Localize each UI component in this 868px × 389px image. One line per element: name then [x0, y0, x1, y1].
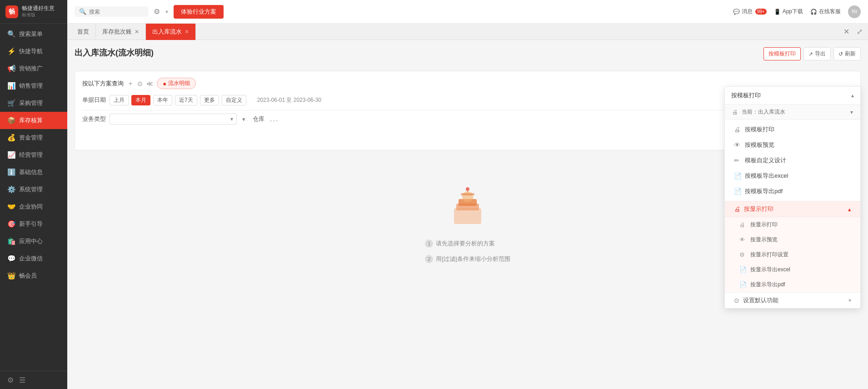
- dropdown-display-settings[interactable]: ⚙ 按显示打印设置: [725, 247, 860, 262]
- sidebar-item-enterprise[interactable]: 🤝 企业协同: [0, 198, 67, 215]
- tab-io-flow[interactable]: 出入库流水 ✕: [146, 24, 196, 40]
- topbar-service[interactable]: 🎧 在线客服: [810, 8, 841, 15]
- sidebar-item-marketing[interactable]: 📢 营销推广: [0, 60, 67, 77]
- search-input[interactable]: [89, 9, 144, 15]
- sidebar-item-label: 库存核算: [19, 116, 43, 125]
- warehouse-field: 仓库 ...: [253, 113, 280, 125]
- page-title: 出入库流水(流水明细): [75, 47, 154, 58]
- appstore-icon: 🛍️: [7, 237, 15, 245]
- sidebar-item-search[interactable]: 🔍 搜索菜单: [0, 25, 67, 43]
- tab-inventory-batch[interactable]: 库存批次账 ✕: [96, 24, 146, 40]
- search-box[interactable]: 🔍: [75, 6, 148, 17]
- message-label: 消息: [742, 8, 753, 15]
- display-settings-label: 按显示打印设置: [750, 251, 788, 259]
- dropdown-template-preview[interactable]: 👁 按模板预览: [725, 137, 860, 153]
- export-btn[interactable]: ↗ 导出: [803, 47, 831, 60]
- dropdown-display-export-excel[interactable]: 📄 按显示导出excel: [725, 262, 860, 277]
- industry-btn[interactable]: 体验行业方案: [174, 5, 224, 19]
- tab-io-flow-close[interactable]: ✕: [185, 29, 189, 35]
- avatar-text: Rit: [852, 9, 857, 14]
- dropdown-display-export-pdf[interactable]: 📄 按显示导出pdf: [725, 277, 860, 292]
- sidebar-item-basic[interactable]: ℹ️ 基础信息: [0, 164, 67, 181]
- filter-active-tag[interactable]: ● 流水明细: [157, 78, 196, 89]
- dropdown-display-preview[interactable]: 👁 按显示预览: [725, 232, 860, 247]
- filter-tag-label: 流水明细: [168, 80, 190, 87]
- dropdown-display-section-header[interactable]: 🖨 按显示打印 ▴: [725, 201, 860, 217]
- print-template-btn[interactable]: 按模板打印: [763, 47, 801, 60]
- template-export-excel-label: 按模板导出excel: [745, 172, 788, 180]
- pdf-icon: 📄: [734, 188, 741, 195]
- collapse-filter-icon[interactable]: ≪: [146, 80, 153, 87]
- dropdown-close-icon[interactable]: ▴: [851, 92, 854, 99]
- dropdown-display-print[interactable]: 🖨 按显示打印: [725, 217, 860, 232]
- sidebar-item-member[interactable]: 👑 畅会员: [0, 267, 67, 284]
- display-excel-icon: 📄: [739, 266, 747, 273]
- sidebar-item-appstore[interactable]: 🛍️ 应用中心: [0, 233, 67, 250]
- operations-icon: 📈: [7, 151, 15, 159]
- purchase-icon: 🛒: [7, 99, 15, 107]
- sidebar-item-system[interactable]: ⚙️ 系统管理: [0, 181, 67, 198]
- sidebar-logo: 畅 畅捷通好生意 标准版: [0, 0, 67, 24]
- custom-date-btn[interactable]: 自定义: [222, 95, 246, 105]
- display-section-label: 按显示打印: [744, 205, 773, 213]
- business-type-select[interactable]: [110, 114, 237, 125]
- settings-footer-icon[interactable]: ⚙: [7, 376, 14, 384]
- finance-icon: 💰: [7, 134, 15, 142]
- app-icon: 📱: [774, 9, 781, 15]
- dropdown-template-customize[interactable]: ✏ 模板自定义设计: [725, 153, 860, 168]
- refresh-icon: ↺: [838, 51, 843, 57]
- sidebar-item-label: 营销推广: [19, 65, 43, 73]
- empty-tips: 1 请先选择要分析的方案 2 用[过滤]条件来缩小分析范围: [425, 238, 510, 265]
- svg-point-3: [462, 191, 473, 202]
- dropdown-current-template[interactable]: 🖨 当前：出入库流水 ▾: [725, 105, 860, 120]
- sidebar-item-sales[interactable]: 📊 销售管理: [0, 77, 67, 95]
- current-year-btn[interactable]: 本年: [153, 95, 172, 105]
- sidebar-item-label: 采购管理: [19, 99, 43, 107]
- sidebar-footer: ⚙ ☰: [0, 371, 67, 389]
- sidebar-item-finance[interactable]: 💰 资金管理: [0, 129, 67, 146]
- dropdown-template-export-excel[interactable]: 📄 按模板导出excel: [725, 168, 860, 184]
- dropdown-footer[interactable]: ⊙ 设置默认功能 ▾: [725, 292, 860, 308]
- refresh-btn[interactable]: ↺ 刷新: [833, 47, 861, 60]
- service-icon: 🎧: [810, 9, 817, 15]
- inventory-icon: 📦: [7, 116, 15, 125]
- sidebar-item-operations[interactable]: 📈 经营管理: [0, 146, 67, 164]
- dropdown-template-print[interactable]: 🖨 按模板打印: [725, 122, 860, 137]
- menu-footer-icon[interactable]: ☰: [19, 376, 25, 384]
- more-date-btn[interactable]: 更多: [200, 95, 219, 105]
- add-filter-icon[interactable]: ＋: [127, 80, 134, 88]
- business-type-chevron-icon[interactable]: ▾: [242, 116, 245, 123]
- date-filter-label: 单据日期: [82, 96, 106, 104]
- display-print-header-icon: 🖨: [734, 205, 740, 213]
- marketing-icon: 📢: [7, 65, 15, 73]
- window-maximize-btn[interactable]: ⤢: [855, 26, 864, 37]
- window-close-btn[interactable]: ✕: [842, 26, 851, 37]
- topbar-app-download[interactable]: 📱 App下载: [774, 8, 803, 15]
- tab-inventory-batch-close[interactable]: ✕: [135, 29, 139, 35]
- dropdown-title: 按模板打印: [731, 91, 761, 100]
- topbar-settings-icon[interactable]: ⚙: [154, 7, 160, 16]
- topbar-messages[interactable]: 💬 消息 99+: [733, 8, 767, 15]
- filter-tag-icon: ●: [163, 80, 166, 87]
- last-7-days-btn[interactable]: 近7天: [175, 95, 197, 105]
- settings-filter-icon[interactable]: ⊙: [137, 80, 143, 87]
- current-month-btn[interactable]: 本月: [131, 95, 150, 105]
- sidebar-item-beginner[interactable]: 🎯 新手引导: [0, 215, 67, 233]
- sidebar-item-label: 经营管理: [19, 151, 43, 159]
- last-month-btn[interactable]: 上月: [110, 95, 129, 105]
- business-type-select-wrap[interactable]: [110, 114, 237, 125]
- sidebar-item-wechat[interactable]: 💬 企业微信: [0, 250, 67, 267]
- sidebar-item-label: 企业协同: [19, 203, 43, 211]
- search-icon: 🔍: [7, 30, 15, 38]
- sidebar-item-purchase[interactable]: 🛒 采购管理: [0, 95, 67, 112]
- dropdown-header: 按模板打印 ▴: [725, 87, 860, 105]
- sidebar-item-quick-nav[interactable]: ⚡ 快捷导航: [0, 43, 67, 60]
- sidebar-item-inventory[interactable]: 📦 库存核算: [0, 112, 67, 129]
- tab-home[interactable]: 首页: [71, 24, 96, 40]
- print-item-icon: 🖨: [734, 126, 741, 133]
- avatar[interactable]: Rit: [848, 5, 861, 18]
- tab-io-flow-label: 出入库流水: [152, 28, 182, 36]
- dropdown-template-export-pdf[interactable]: 📄 按模板导出pdf: [725, 184, 860, 199]
- preview-icon: 👁: [734, 141, 741, 149]
- warehouse-more-btn[interactable]: ...: [268, 113, 280, 125]
